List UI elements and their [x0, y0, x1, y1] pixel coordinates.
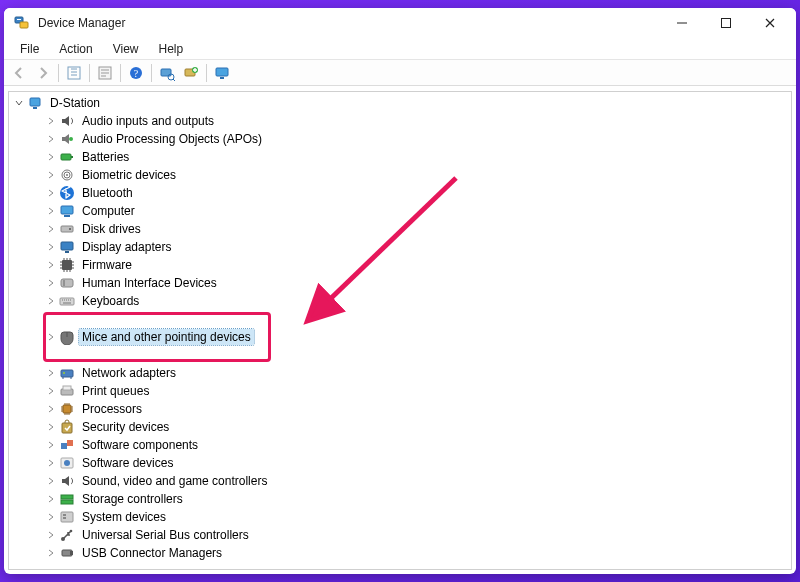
tree-item-label: Network adapters — [79, 365, 179, 381]
menu-view[interactable]: View — [103, 40, 149, 58]
svg-rect-16 — [71, 156, 73, 158]
tree-item-sw-devices[interactable]: Software devices — [13, 454, 791, 472]
toolbar-separator — [206, 64, 207, 82]
chevron-down-icon[interactable] — [13, 97, 25, 109]
firmware-icon — [59, 257, 75, 273]
menu-file[interactable]: File — [10, 40, 49, 58]
svg-point-19 — [66, 174, 68, 176]
tree-root[interactable]: D-Station — [13, 94, 791, 112]
svg-rect-13 — [30, 98, 40, 106]
chevron-right-icon[interactable] — [45, 295, 57, 307]
chevron-right-icon[interactable] — [45, 169, 57, 181]
tree-item-label: Sound, video and game controllers — [79, 473, 270, 489]
tree-item-label: System devices — [79, 509, 169, 525]
toolbar-separator — [151, 64, 152, 82]
chevron-right-icon[interactable] — [45, 439, 57, 451]
svg-rect-1 — [20, 22, 28, 28]
chevron-right-icon[interactable] — [45, 277, 57, 289]
audio-io-icon — [59, 113, 75, 129]
chevron-right-icon[interactable] — [45, 421, 57, 433]
biometric-icon — [59, 167, 75, 183]
forward-button[interactable] — [32, 62, 54, 84]
chevron-right-icon[interactable] — [45, 133, 57, 145]
tree-item-system-devices[interactable]: System devices — [13, 508, 791, 526]
chevron-right-icon[interactable] — [45, 205, 57, 217]
close-button[interactable] — [748, 8, 792, 38]
monitor-button[interactable] — [211, 62, 233, 84]
tree-item-label: Biometric devices — [79, 167, 179, 183]
chevron-right-icon[interactable] — [45, 331, 57, 343]
scan-hardware-button[interactable] — [156, 62, 178, 84]
chevron-right-icon[interactable] — [45, 457, 57, 469]
tree-item-label: USB Connector Managers — [79, 545, 225, 561]
chevron-right-icon[interactable] — [45, 223, 57, 235]
chevron-right-icon[interactable] — [45, 241, 57, 253]
toolbar: ? — [4, 60, 796, 86]
svg-rect-36 — [61, 443, 67, 449]
chevron-right-icon[interactable] — [45, 403, 57, 415]
tree-item-usb-connector[interactable]: USB Connector Managers — [13, 544, 791, 562]
svg-rect-43 — [63, 514, 66, 516]
bluetooth-icon — [59, 185, 75, 201]
tree-item-processors[interactable]: Processors — [13, 400, 791, 418]
device-manager-icon — [14, 15, 30, 31]
chevron-right-icon[interactable] — [45, 475, 57, 487]
disk-drives-icon — [59, 221, 75, 237]
tree-item-batteries[interactable]: Batteries — [13, 148, 791, 166]
content-area: D-Station Audio inputs and outputs Audio… — [4, 86, 796, 574]
minimize-button[interactable] — [660, 8, 704, 38]
tree-item-display[interactable]: Display adapters — [13, 238, 791, 256]
svg-point-14 — [69, 137, 73, 141]
tree-item-security[interactable]: Security devices — [13, 418, 791, 436]
chevron-right-icon[interactable] — [45, 259, 57, 271]
tree-item-disk-drives[interactable]: Disk drives — [13, 220, 791, 238]
maximize-button[interactable] — [704, 8, 748, 38]
computer-icon — [59, 203, 75, 219]
svg-rect-33 — [63, 386, 71, 390]
tree-item-label: Bluetooth — [79, 185, 136, 201]
tree-item-computer[interactable]: Computer — [13, 202, 791, 220]
back-button[interactable] — [8, 62, 30, 84]
chevron-right-icon[interactable] — [45, 187, 57, 199]
tree-item-label: Computer — [79, 203, 138, 219]
tree-item-biometric[interactable]: Biometric devices — [13, 166, 791, 184]
tree-item-sound-video[interactable]: Sound, video and game controllers — [13, 472, 791, 490]
chevron-right-icon[interactable] — [45, 547, 57, 559]
chevron-right-icon[interactable] — [45, 511, 57, 523]
tree-item-bluetooth[interactable]: Bluetooth — [13, 184, 791, 202]
menu-action[interactable]: Action — [49, 40, 102, 58]
chevron-right-icon[interactable] — [45, 367, 57, 379]
properties-button[interactable] — [94, 62, 116, 84]
tree-item-audio-io[interactable]: Audio inputs and outputs — [13, 112, 791, 130]
system-devices-icon — [59, 509, 75, 525]
tree-item-sw-components[interactable]: Software components — [13, 436, 791, 454]
tree-item-firmware[interactable]: Firmware — [13, 256, 791, 274]
tree-item-apo[interactable]: Audio Processing Objects (APOs) — [13, 130, 791, 148]
show-hide-tree-button[interactable] — [63, 62, 85, 84]
tree-item-print-queues[interactable]: Print queues — [13, 382, 791, 400]
chevron-right-icon[interactable] — [45, 385, 57, 397]
help-button[interactable]: ? — [125, 62, 147, 84]
tree-item-label: Audio inputs and outputs — [79, 113, 217, 129]
menu-help[interactable]: Help — [149, 40, 194, 58]
tree-item-mice[interactable]: Mice and other pointing devices — [13, 328, 791, 346]
display-icon — [59, 239, 75, 255]
svg-rect-44 — [63, 517, 66, 519]
tree-item-keyboards[interactable]: Keyboards — [13, 292, 791, 310]
svg-rect-42 — [61, 512, 73, 522]
chevron-right-icon[interactable] — [45, 493, 57, 505]
tree-item-usb-controllers[interactable]: Universal Serial Bus controllers — [13, 526, 791, 544]
svg-rect-24 — [61, 242, 73, 250]
chevron-right-icon[interactable] — [45, 115, 57, 127]
usb-controllers-icon — [59, 527, 75, 543]
tree-item-network[interactable]: Network adapters — [13, 364, 791, 382]
add-legacy-hardware-button[interactable] — [180, 62, 202, 84]
print-queues-icon — [59, 383, 75, 399]
tree-item-hid[interactable]: Human Interface Devices — [13, 274, 791, 292]
chevron-right-icon[interactable] — [45, 151, 57, 163]
apo-icon — [59, 131, 75, 147]
tree-item-label: Audio Processing Objects (APOs) — [79, 131, 265, 147]
tree-item-storage-ctrl[interactable]: Storage controllers — [13, 490, 791, 508]
chevron-right-icon[interactable] — [45, 529, 57, 541]
device-tree[interactable]: D-Station Audio inputs and outputs Audio… — [9, 92, 791, 569]
